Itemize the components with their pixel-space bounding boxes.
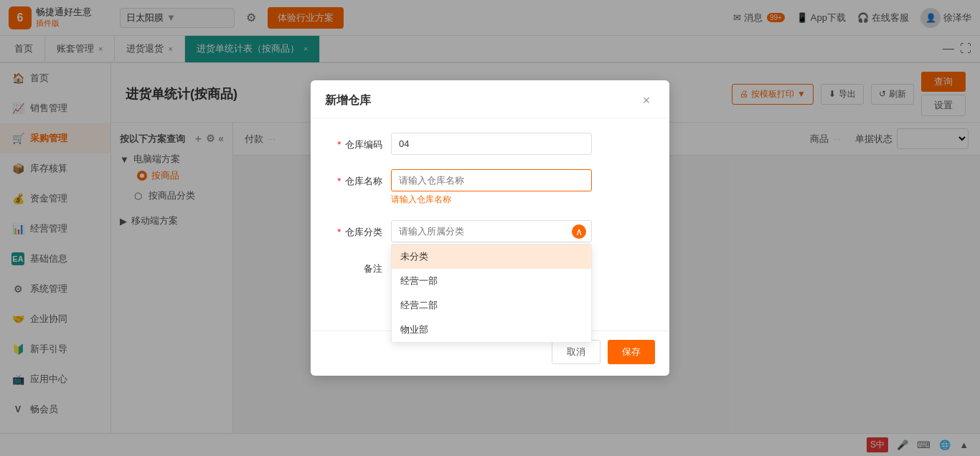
code-label: * 仓库编码 [332,133,382,151]
dropdown-item-dept2[interactable]: 经营二部 [392,293,591,318]
category-label: * 仓库分类 [332,220,382,239]
add-warehouse-modal: 新增仓库 × * 仓库编码 * 仓库名称 [311,80,669,376]
dropdown-item-dept3[interactable]: 物业部 [392,318,591,342]
category-select-wrap: ∧ 未分类 经营一部 经营二部 物业部 [391,220,592,242]
name-label: * 仓库名称 [332,169,382,188]
modal-overlay[interactable]: 新增仓库 × * 仓库编码 * 仓库名称 [0,0,980,456]
name-input[interactable] [391,169,592,191]
name-form-row: * 仓库名称 请输入仓库名称 [332,169,648,206]
code-input[interactable] [391,133,592,155]
code-required-mark: * [337,139,341,150]
code-form-row: * 仓库编码 [332,133,648,155]
modal-body: * 仓库编码 * 仓库名称 请输入仓库名称 [311,118,669,331]
name-input-wrap: 请输入仓库名称 [391,169,648,206]
cancel-button[interactable]: 取消 [552,340,600,364]
code-input-wrap [391,133,648,155]
dropdown-item-uncategorized[interactable]: 未分类 [392,244,591,269]
modal-title: 新增仓库 [325,93,371,108]
cat-required-mark: * [337,227,341,237]
category-input[interactable] [391,220,592,242]
modal-header: 新增仓库 × [311,80,669,118]
category-dropdown: 未分类 经营一部 经营二部 物业部 [391,244,592,343]
note-label-text: 备注 [364,263,382,274]
name-error-tip: 请输入仓库名称 [391,194,648,206]
dropdown-item-dept1[interactable]: 经营一部 [392,269,591,293]
name-label-text: 仓库名称 [345,176,382,186]
modal-close-button[interactable]: × [638,92,655,109]
note-label: 备注 [332,257,382,275]
category-form-row: * 仓库分类 ∧ 未分类 经营一部 经营二部 物业部 [332,220,648,242]
name-required-mark: * [337,176,341,186]
category-arrow-icon[interactable]: ∧ [572,224,586,239]
cat-label-text: 仓库分类 [345,227,382,237]
code-label-text: 仓库编码 [345,139,382,150]
save-button[interactable]: 保存 [608,340,655,364]
